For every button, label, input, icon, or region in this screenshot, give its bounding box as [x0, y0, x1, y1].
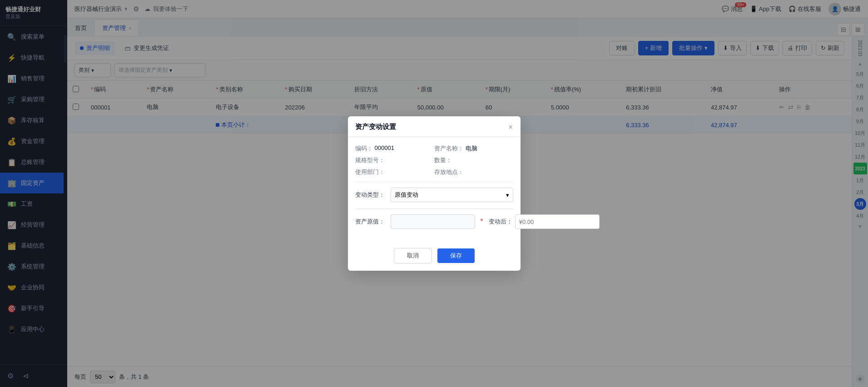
change-type-select[interactable]: 原值变动 ▾	[391, 188, 513, 202]
save-btn[interactable]: 保存	[437, 248, 475, 263]
modal-overlay[interactable]: 资产变动设置 × 编码： 000001 资产名称： 电脑 规格型号： 数量：	[0, 0, 868, 387]
modal-close-btn[interactable]: ×	[508, 123, 513, 131]
original-value-row: 资产原值： 50,000.00 * 变动后：	[355, 214, 513, 229]
change-type-label: 变动类型：	[355, 191, 387, 199]
modal-storage-label: 存放地点：	[434, 168, 464, 176]
modal-divider-2	[355, 208, 513, 209]
modal-footer: 取消 保存	[348, 243, 521, 271]
modal-dept-label: 使用部门：	[355, 168, 385, 176]
modal-divider-1	[355, 182, 513, 182]
modal-name-item: 资产名称： 电脑	[434, 144, 513, 153]
modal-department-item: 使用部门：	[355, 168, 434, 176]
change-type-value: 原值变动	[395, 191, 418, 199]
modal-name-label: 资产名称：	[434, 144, 464, 153]
modal-title: 资产变动设置	[355, 123, 396, 131]
after-label: 变动后：	[489, 218, 511, 226]
required-star: *	[481, 218, 483, 226]
modal-code-item: 编码： 000001	[355, 144, 434, 153]
modal-spec-item: 规格型号：	[355, 156, 434, 164]
cancel-btn[interactable]: 取消	[394, 248, 432, 263]
modal-code-label: 编码：	[355, 144, 373, 153]
modal-name-value: 电脑	[466, 144, 477, 153]
modal-quantity-label: 数量：	[434, 156, 452, 164]
modal-body: 编码： 000001 资产名称： 电脑 规格型号： 数量： 使用部门：	[348, 137, 521, 243]
modal-storage-item: 存放地点：	[434, 168, 513, 176]
modal-header: 资产变动设置 ×	[348, 116, 521, 137]
modal-info-grid: 编码： 000001 资产名称： 电脑 规格型号： 数量： 使用部门：	[355, 144, 513, 176]
after-value-input[interactable]	[515, 214, 600, 229]
original-value-label: 资产原值：	[355, 218, 387, 226]
original-value-input: 50,000.00	[391, 214, 475, 229]
chevron-down-icon: ▾	[506, 192, 509, 198]
modal-quantity-item: 数量：	[434, 156, 513, 164]
change-type-row: 变动类型： 原值变动 ▾	[355, 188, 513, 202]
modal-code-value: 000001	[375, 144, 394, 153]
asset-change-modal: 资产变动设置 × 编码： 000001 资产名称： 电脑 规格型号： 数量：	[348, 116, 521, 271]
modal-spec-label: 规格型号：	[355, 156, 385, 164]
